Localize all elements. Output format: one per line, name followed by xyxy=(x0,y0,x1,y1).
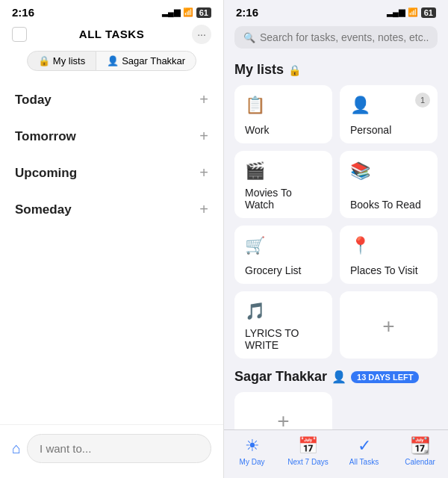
tab-next-7-days[interactable]: 📅 Next 7 Days xyxy=(287,436,329,466)
right-wifi-icon: 📶 xyxy=(408,7,418,17)
list-card-lyrics[interactable]: 🎵 LYRICS TO WRITE xyxy=(234,291,332,358)
right-content: My lists 🔒 📋 Work 1 👤 Personal 🎬 Movies … xyxy=(224,55,448,429)
left-title: ALL TASKS xyxy=(79,28,144,40)
shared-name: Sagar Thakkar xyxy=(234,369,327,385)
home-icon[interactable]: ⌂ xyxy=(12,440,21,457)
battery-icon: 61 xyxy=(196,7,211,18)
signal-icon: ▂▄▆ xyxy=(162,7,180,17)
search-input[interactable] xyxy=(260,31,429,43)
tab-my-day[interactable]: ☀ My Day xyxy=(231,436,273,466)
books-card-label: Books To Read xyxy=(350,199,427,211)
lists-grid: 📋 Work 1 👤 Personal 🎬 Movies To Watch 📚 … xyxy=(234,85,438,358)
movies-card-icon: 🎬 xyxy=(245,161,322,181)
tab-calendar[interactable]: 📆 Calendar xyxy=(399,436,441,466)
grocery-card-icon: 🛒 xyxy=(245,236,322,255)
books-card-icon: 📚 xyxy=(350,161,427,181)
more-button[interactable]: ··· xyxy=(192,25,211,44)
tab-sagar[interactable]: 👤 Sagar Thakkar xyxy=(96,51,196,71)
upcoming-label: Upcoming xyxy=(15,166,77,181)
today-add-icon[interactable]: + xyxy=(199,91,208,108)
personal-card-label: Personal xyxy=(350,124,427,136)
list-card-grocery[interactable]: 🛒 Grocery List xyxy=(234,226,332,284)
nav-someday[interactable]: Someday + xyxy=(0,191,223,228)
lyrics-card-label: LYRICS TO WRITE xyxy=(245,327,322,351)
add-list-card[interactable]: + xyxy=(340,291,438,358)
next-7-days-label: Next 7 Days xyxy=(287,458,328,466)
person-tab-icon: 👤 xyxy=(107,55,119,66)
left-time: 2:16 xyxy=(12,6,34,19)
work-card-icon: 📋 xyxy=(245,96,322,115)
right-bottom-tabs: ☀ My Day 📅 Next 7 Days ✓ All Tasks 📆 Cal… xyxy=(224,429,448,478)
nav-today[interactable]: Today + xyxy=(0,81,223,118)
calendar-icon: 📆 xyxy=(410,436,430,456)
someday-add-icon[interactable]: + xyxy=(199,201,208,218)
my-lists-lock-icon: 🔒 xyxy=(288,64,301,76)
lock-tab-icon: 🔒 xyxy=(38,55,50,66)
calendar-label: Calendar xyxy=(405,458,435,466)
tab-all-tasks[interactable]: ✓ All Tasks xyxy=(343,436,385,466)
right-status-icons: ▂▄▆ 📶 61 xyxy=(387,7,436,18)
my-lists-title: My lists xyxy=(234,62,284,78)
list-card-movies[interactable]: 🎬 Movies To Watch xyxy=(234,151,332,218)
wifi-icon: 📶 xyxy=(183,7,193,17)
shared-person-icon: 👤 xyxy=(332,370,346,384)
tab-my-lists[interactable]: 🔒 My lists xyxy=(27,51,96,71)
shared-header: Sagar Thakkar 👤 13 DAYS LEFT xyxy=(234,369,438,385)
all-tasks-label: All Tasks xyxy=(349,458,379,466)
right-panel: 2:16 ▂▄▆ 📶 61 🔍 My lists 🔒 📋 Work 1 👤 Pe… xyxy=(224,0,448,478)
left-bottom: ⌂ xyxy=(0,424,223,478)
left-status-bar: 2:16 ▂▄▆ 📶 61 xyxy=(0,0,223,22)
places-card-icon: 📍 xyxy=(350,236,427,255)
right-time: 2:16 xyxy=(236,6,258,19)
tab-my-lists-label: My lists xyxy=(53,55,85,66)
next-7-days-icon: 📅 xyxy=(298,436,318,456)
left-header: ALL TASKS ··· xyxy=(0,22,223,46)
days-left-badge: 13 DAYS LEFT xyxy=(351,371,419,383)
today-label: Today xyxy=(15,93,52,108)
add-list-icon: + xyxy=(382,314,394,338)
all-tasks-icon: ✓ xyxy=(358,436,371,456)
lyrics-card-icon: 🎵 xyxy=(245,302,322,321)
shared-add-icon: + xyxy=(277,409,289,429)
right-battery-icon: 61 xyxy=(421,7,436,18)
right-status-bar: 2:16 ▂▄▆ 📶 61 xyxy=(224,0,448,22)
places-card-label: Places To Visit xyxy=(350,264,427,276)
tab-sagar-label: Sagar Thakkar xyxy=(122,55,185,66)
list-card-personal[interactable]: 1 👤 Personal xyxy=(340,85,438,143)
shared-section: Sagar Thakkar 👤 13 DAYS LEFT + xyxy=(234,369,438,429)
left-panel: 2:16 ▂▄▆ 📶 61 ALL TASKS ··· 🔒 My lists 👤… xyxy=(0,0,224,478)
upcoming-add-icon[interactable]: + xyxy=(199,164,208,181)
left-nav: Today + Tomorrow + Upcoming + Someday + xyxy=(0,75,223,424)
left-status-icons: ▂▄▆ 📶 61 xyxy=(162,7,211,18)
task-input[interactable] xyxy=(27,434,211,463)
nav-upcoming[interactable]: Upcoming + xyxy=(0,155,223,191)
tomorrow-add-icon[interactable]: + xyxy=(199,128,208,145)
search-icon: 🔍 xyxy=(243,32,255,43)
my-day-label: My Day xyxy=(240,458,265,466)
my-day-icon: ☀ xyxy=(245,436,260,456)
work-card-label: Work xyxy=(245,124,322,136)
my-lists-header: My lists 🔒 xyxy=(234,62,438,78)
personal-badge: 1 xyxy=(415,93,430,108)
nav-tomorrow[interactable]: Tomorrow + xyxy=(0,118,223,155)
movies-card-label: Movies To Watch xyxy=(245,187,322,211)
list-card-books[interactable]: 📚 Books To Read xyxy=(340,151,438,218)
grocery-card-label: Grocery List xyxy=(245,264,322,276)
shared-add-card[interactable]: + xyxy=(234,392,332,429)
select-all-checkbox[interactable] xyxy=(12,27,27,42)
right-signal-icon: ▂▄▆ xyxy=(387,7,405,17)
search-bar[interactable]: 🔍 xyxy=(234,26,438,49)
list-card-places[interactable]: 📍 Places To Visit xyxy=(340,226,438,284)
list-card-work[interactable]: 📋 Work xyxy=(234,85,332,143)
tomorrow-label: Tomorrow xyxy=(15,129,76,144)
left-tabs: 🔒 My lists 👤 Sagar Thakkar xyxy=(0,46,223,75)
someday-label: Someday xyxy=(15,202,72,217)
